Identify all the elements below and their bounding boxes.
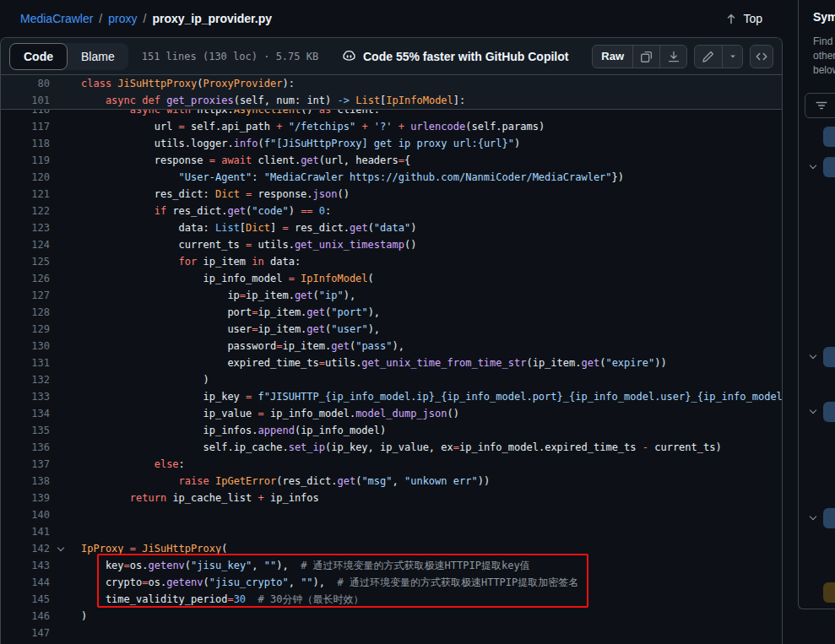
code-line: 121 res_dict: Dict = response.json(): [1, 186, 782, 203]
download-button[interactable]: [659, 46, 686, 68]
breadcrumb-dir-link[interactable]: proxy: [108, 12, 137, 25]
raw-actions-group: Raw: [592, 45, 687, 68]
edit-button[interactable]: [695, 46, 722, 68]
code-text: class JiSuHttpProxy(ProxyProvider):: [81, 75, 295, 92]
code-line: 146): [1, 608, 782, 625]
code-text: response = await client.get(url, headers…: [81, 152, 410, 169]
code-text: crypto=os.getenv("jisu_crypto", ""), # 通…: [81, 574, 578, 591]
code-text: key=os.getenv("jisu_key", ""), # 通过环境变量的…: [81, 557, 530, 574]
line-number[interactable]: 125: [1, 253, 50, 270]
code-line: 133 ip_key = f"JISUHTTP_{ip_info_model.i…: [1, 388, 782, 405]
chevron-down-icon[interactable]: [810, 162, 816, 169]
code-line: 127 ip=ip_item.get("ip"),: [1, 287, 782, 304]
code-card: Code Blame 151 lines (130 loc) · 5.75 KB…: [0, 37, 783, 644]
symbol-chip[interactable]: [823, 402, 835, 422]
line-number[interactable]: 123: [1, 219, 50, 236]
line-number[interactable]: 121: [1, 186, 50, 203]
line-number[interactable]: 126: [1, 270, 50, 287]
symbol-chip[interactable]: [823, 157, 835, 177]
symbol-item[interactable]: [799, 127, 835, 147]
symbols-panel: Sym Find other below: [798, 0, 835, 609]
line-number[interactable]: 119: [1, 152, 50, 169]
line-number[interactable]: 133: [1, 388, 50, 405]
line-number[interactable]: 127: [1, 287, 50, 304]
code-line: 142IpProxy = JiSuHttpProxy(: [1, 540, 782, 557]
line-number[interactable]: 120: [1, 169, 50, 186]
symbols-toggle-button[interactable]: [750, 45, 773, 68]
line-number[interactable]: 141: [1, 523, 50, 540]
code-text: port=ip_item.get("port"),: [81, 304, 380, 321]
line-number[interactable]: 128: [1, 304, 50, 321]
code-symbols-icon: [755, 50, 768, 63]
line-number[interactable]: 130: [1, 338, 50, 354]
caret-down-icon: [728, 51, 738, 62]
symbol-item[interactable]: [799, 582, 835, 603]
tab-code[interactable]: Code: [9, 43, 68, 70]
code-line: 136 self.ip_cache.set_ip(ip_key, ip_valu…: [1, 439, 782, 456]
line-number[interactable]: 146: [1, 608, 50, 625]
line-number[interactable]: 101: [1, 92, 50, 109]
line-number[interactable]: 134: [1, 405, 50, 422]
sticky-lines: 80class JiSuHttpProxy(ProxyProvider):101…: [1, 75, 782, 110]
code-text: utils.logger.info(f"[JiSuHttpProxy] get …: [81, 135, 520, 152]
line-number[interactable]: 142: [1, 540, 50, 557]
code-body: 116 async with httpx.AsyncClient() as cl…: [1, 75, 782, 644]
line-number[interactable]: 132: [1, 371, 50, 388]
line-number[interactable]: 147: [1, 625, 50, 641]
code-line: 122 if res_dict.get("code") == 0:: [1, 203, 782, 219]
line-number[interactable]: 80: [1, 75, 50, 92]
symbol-chip[interactable]: [823, 508, 835, 528]
code-text: password=ip_item.get("pass"),: [81, 338, 404, 354]
line-number[interactable]: 137: [1, 456, 50, 473]
code-text: self.ip_cache.set_ip(ip_key, ip_value, e…: [81, 439, 722, 456]
code-line: 138 raise IpGetError(res_dict.get("msg",…: [1, 473, 782, 490]
symbol-chip[interactable]: [823, 582, 835, 603]
code-text: if res_dict.get("code") == 0:: [81, 203, 331, 219]
download-icon: [667, 50, 680, 63]
chevron-down-icon[interactable]: [810, 352, 816, 359]
code-line: 125 for ip_item in data:: [1, 253, 782, 270]
code-text: IpProxy = JiSuHttpProxy(: [81, 540, 227, 557]
edit-menu-button[interactable]: [722, 46, 742, 68]
line-number[interactable]: 118: [1, 135, 50, 152]
symbol-item[interactable]: [799, 157, 835, 177]
code-line: 119 response = await client.get(url, hea…: [1, 152, 782, 169]
line-number[interactable]: 129: [1, 321, 50, 338]
symbol-item[interactable]: [799, 347, 835, 367]
code-line: 120 "User-Agent": "MediaCrawler https://…: [1, 169, 782, 186]
tab-blame[interactable]: Blame: [68, 43, 128, 70]
line-number[interactable]: 117: [1, 118, 50, 135]
edit-actions-group: [694, 45, 743, 68]
fold-chevron-icon[interactable]: [57, 544, 64, 551]
copilot-banner[interactable]: Code 55% faster with GitHub Copilot: [342, 49, 568, 63]
symbols-filter-input[interactable]: [805, 93, 835, 118]
code-text: raise IpGetError(res_dict.get("msg", "un…: [81, 473, 490, 490]
line-number[interactable]: 139: [1, 490, 50, 506]
copy-button[interactable]: [632, 46, 659, 68]
chevron-down-icon[interactable]: [810, 513, 816, 520]
line-number[interactable]: 122: [1, 203, 50, 219]
line-number[interactable]: 138: [1, 473, 50, 490]
line-number[interactable]: 143: [1, 557, 50, 574]
code-text: time_validity_period=30 # 30分钟（最长时效）: [81, 591, 363, 608]
line-number[interactable]: 124: [1, 236, 50, 253]
line-number[interactable]: 135: [1, 422, 50, 439]
line-number[interactable]: 144: [1, 574, 50, 591]
symbol-item[interactable]: [799, 508, 835, 528]
symbol-chip[interactable]: [823, 347, 835, 367]
symbol-chip[interactable]: [823, 127, 835, 147]
line-number[interactable]: 136: [1, 439, 50, 456]
line-number[interactable]: 145: [1, 591, 50, 608]
raw-button[interactable]: Raw: [593, 46, 632, 68]
line-number[interactable]: 131: [1, 354, 50, 371]
back-to-top-button[interactable]: Top: [718, 8, 769, 29]
code-line: 143 key=os.getenv("jisu_key", ""), # 通过环…: [1, 557, 782, 574]
chevron-down-icon[interactable]: [810, 407, 816, 414]
file-toolbar: Code Blame 151 lines (130 loc) · 5.75 KB…: [1, 38, 782, 75]
code-blame-switch: Code Blame: [9, 43, 128, 70]
line-number[interactable]: 140: [1, 506, 50, 523]
breadcrumb-repo-link[interactable]: MediaCrawler: [20, 12, 93, 25]
symbol-item[interactable]: [799, 402, 835, 422]
code-text: ip_info_model = IpInfoModel(: [81, 270, 374, 287]
code-text: async def get_proxies(self, num: int) ->…: [81, 92, 465, 109]
